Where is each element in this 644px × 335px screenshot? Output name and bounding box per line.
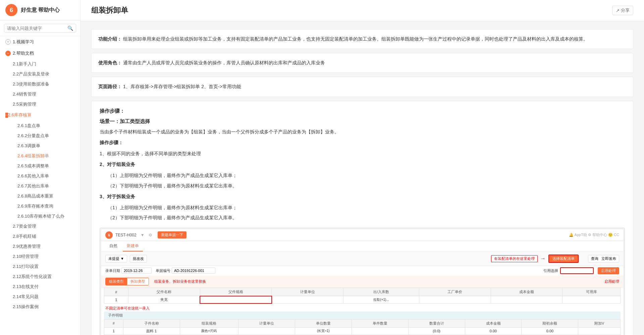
share-label: 分享 [621,7,630,13]
main-content: 组装拆卸单 ↗ 分享 功能介绍： 组装拆卸单用来处理企业组装或拆卸等加工业务，支… [80,0,644,335]
sidebar-item-2-6-5[interactable]: 2.6.5成本调整单 [0,161,80,171]
role-label: 使用角色： [98,60,122,65]
role-text: 使用角色： 通常由生产人员或库管人员完成拆装业务的操作，库管人员确认原材料的出库… [98,59,626,67]
sidebar-item-2-6-2[interactable]: 2.6.2分量盘点单 [0,131,80,141]
mock-app-logo: 6 [105,231,113,239]
mock-menu-bar: 自然 新建单 [101,241,623,252]
mock-type-assemble[interactable]: 组装类型 [106,278,127,285]
screenshot-inner: 6 TEST-H002 ▼ ⚙ 新建单据一下 🔔 AppT助 ⚙ 帮助中心 🙂 … [101,229,623,335]
page-header: 组装拆卸单 ↗ 分享 [80,0,644,21]
share-button[interactable]: ↗ 分享 [612,6,633,15]
sidebar-item-2-14[interactable]: 2.14常见问题 [0,292,80,302]
bth-2: 组装规格 [180,319,238,327]
sidebar-item-video[interactable]: + 1.视频学习 [0,36,80,48]
td-parent-name: 夹克 [128,296,200,303]
sidebar-logo: 6 好生意 帮助中心 [0,0,80,20]
bth-1: 子件名称 [123,319,180,327]
sidebar-item-2-6-6[interactable]: 2.6.6其他入库单 [0,171,80,181]
path-text: 页面路径： 1、库存核算->库存管理->组装拆卸单 2、首页->常用功能 [98,82,626,91]
intro-label: 功能介绍： [98,36,122,42]
sidebar-item-2-11[interactable]: 2.11打印设置 [0,262,80,272]
mock-select-btn[interactable]: 选择装配清单 [548,255,579,263]
app-name: 好生意 帮助中心 [21,7,60,14]
path-card: 页面路径： 1、库存核算->库存管理->组装拆卸单 2、首页->常用功能 [91,77,633,97]
sidebar-item-2-1[interactable]: 2.1新手入门 [0,59,80,69]
td-unit-price [419,296,491,303]
sidebar-item-2-6-1[interactable]: 2.6.1盘点单 [0,121,80,131]
collapse-icon-2-6: − [5,113,8,118]
scene1-desc: 当由多个子件材料组装成一个成品的业务为【组装】业务，当由一个父件拆分成多个子产品… [100,127,625,136]
mock-annotation-row: 不固定清单可在这统一录入 [101,305,623,312]
sidebar-item-2-13[interactable]: 2.13在线支付 [0,282,80,292]
annotation4: 启用处理 [604,279,619,284]
step1: 1、根据不同的业务，选择不同单据的类型来处理 [100,149,625,158]
scene1-title: 场景一：加工类型选择 [100,118,625,125]
sidebar-item-2-3[interactable]: 2.3使用前数据准备 [0,79,80,89]
steps-title: 操作步骤： [100,108,625,114]
mock-form-row: 录单日期 单据编号 引用选择 启用处理 [101,266,623,276]
sidebar-item-2-4[interactable]: 2.4销售管理 [0,89,80,99]
sidebar-item-2-5[interactable]: 2.5采购管理 [0,99,80,109]
sidebar-item-2-6-9[interactable]: 2.6.9库存账本查询 [0,201,80,211]
bth-9: 附加V [578,319,621,327]
mock-top-table: # 父件名称 父件规格 计量单位 出/入库数 工厂单价 成本金额 可用库 [104,288,621,304]
mock-apply-btn[interactable]: 启用处理 [598,267,619,274]
search-icon[interactable]: 🔍 [67,25,73,31]
bth-7: 成本金额 [465,319,522,327]
mock-btn-status[interactable]: 未提提 ▼ [105,255,127,263]
role-body: 通常由生产人员或库管人员完成拆装业务的操作，库管人员确认原材料的出库和产成品的入… [123,60,325,65]
step2-2: （2）下部明细为子件明细，最终作为原材料生成某它出库单。 [108,181,625,190]
sidebar-item-2-6-7[interactable]: 2.6.7其他出库单 [0,181,80,191]
steps-area: 操作步骤： 场景一：加工类型选择 当由多个子件材料组装成一个成品的业务为【组装】… [91,101,633,335]
mock-tab-3[interactable] [144,244,152,248]
td-parent-spec [200,296,272,303]
sidebar-item-2-7[interactable]: 2.7资金管理 [0,221,80,231]
mock-confirm-btn[interactable]: 查询 立即发布 [588,255,619,263]
search-input[interactable] [7,26,67,31]
sidebar-item-2-6-3[interactable]: 2.6.3调拨单 [0,141,80,151]
path-body: 1、库存核算->库存管理->组装拆卸单 2、首页->常用功能 [123,84,241,89]
mock-topbar: 6 TEST-H002 ▼ ⚙ 新建单据一下 🔔 AppT助 ⚙ 帮助中心 🙂 … [101,229,623,241]
sidebar-item-2-8[interactable]: 2.8手机旺铺 [0,231,80,241]
intro-card: 功能介绍： 组装拆卸单用来处理企业组装或拆卸等加工业务，支持有固定装配清单的产品… [91,29,633,49]
bth-4: 单位数量 [295,319,352,327]
th-unit-price: 工厂单价 [419,288,491,296]
mock-type-disassemble[interactable]: 拆卸类型 [127,278,149,285]
mock-new-btn[interactable]: 新建单据一下 [158,231,186,238]
mock-bottom-table-wrap: 子件明细 # 子件名称 组装规格 计量单位 单位数量 单件数量 [101,312,623,335]
mock-date-input[interactable] [121,268,152,274]
mock-select-input[interactable] [560,267,594,274]
bth-5: 单件数量 [352,319,408,327]
sidebar-item-2-6[interactable]: − 2.6库存核算 [0,109,80,121]
select-label: 引用选择 [543,268,558,273]
sidebar-item-help[interactable]: − 2.帮助文档 [0,48,80,59]
sidebar-nav: + 1.视频学习 − 2.帮助文档 2.1新手入门 2.2产品安装及登录 2.3… [0,36,80,335]
sidebar-item-2-6-10[interactable]: 2.6.10库存账本错了么办 [0,211,80,221]
app-logo-icon: 6 [5,4,17,16]
th-cost: 成本金额 [491,288,562,296]
sidebar-item-label: 2.6库存核算 [8,112,32,118]
mock-toolbar: 未提提 ▼ 批改改 有装配清单的在这里处理 → 选择装配清单 查询 立即发布 [101,252,623,266]
page-title: 组装拆卸单 [91,5,128,15]
sidebar-item-2-6-8[interactable]: 2.6.8商品成本重算 [0,191,80,201]
intro-text: 功能介绍： 组装拆卸单用来处理企业组装或拆卸等加工业务，支持有固定装配清单的产品… [98,35,626,43]
annotation3: 组装业务、拆卸业务在这里切换 [154,279,206,284]
sidebar-item-2-2[interactable]: 2.2产品安装及登录 [0,69,80,79]
table-row: 1 夹克 拉取(+1)... [104,296,621,303]
td-cost [491,296,562,303]
sidebar-item-2-9[interactable]: 2.9优惠券管理 [0,241,80,252]
collapse-icon: − [5,51,11,56]
sidebar-item-2-6-4[interactable]: 2.6.4组装拆卸单 [0,151,80,161]
step3-1: （1）上部明细为父件明细，最终作为原材料生成某它出库单； [108,203,625,212]
sidebar-item-2-12[interactable]: 2.12系统个性化设置 [0,272,80,282]
mock-btn-batch[interactable]: 批改改 [130,255,147,263]
sidebar-item-2-10[interactable]: 2.10经营管理 [0,252,80,262]
code-label: 单据编号 [156,268,170,273]
annotation1: 有装配清单的在这里处理 [491,255,538,262]
mock-tab-2[interactable]: 新建单 [123,241,143,252]
sidebar-item-2-15[interactable]: 2.15操作案例 [0,302,80,312]
th-available: 可用库 [562,288,621,296]
mock-code-input[interactable] [172,268,215,274]
mock-select-wrap: 引用选择 [543,267,594,274]
mock-tab-1[interactable]: 自然 [105,241,121,252]
